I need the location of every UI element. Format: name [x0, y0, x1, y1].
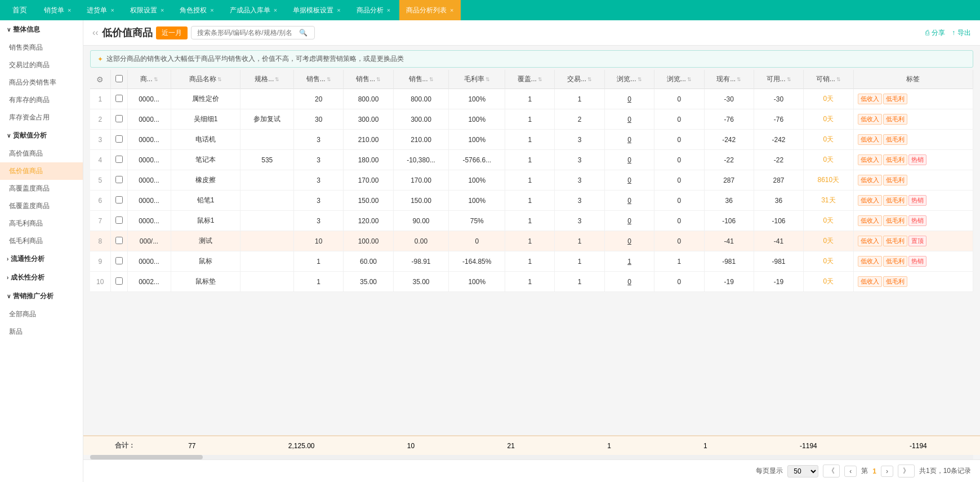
- row-browse1-link[interactable]: 0: [627, 197, 631, 205]
- row-browse1-link[interactable]: 0: [627, 156, 631, 164]
- col-name-header[interactable]: 商品名称⇅: [171, 70, 240, 89]
- share-button[interactable]: ⎙ 分享: [925, 28, 945, 38]
- next-page-btn[interactable]: ›: [881, 466, 893, 477]
- row-checkbox[interactable]: [115, 277, 123, 285]
- last-page-btn[interactable]: 》: [898, 465, 915, 477]
- nav-home[interactable]: 首页: [5, 0, 35, 20]
- sidebar-item-low-coverage[interactable]: 低覆盖度商品: [0, 197, 83, 215]
- select-all-checkbox[interactable]: [115, 75, 123, 82]
- scrollbar-thumb[interactable]: [90, 455, 203, 459]
- horizontal-scrollbar[interactable]: [90, 455, 973, 459]
- row-checkbox[interactable]: [115, 115, 123, 122]
- sidebar-item-low-gross[interactable]: 低毛利商品: [0, 232, 83, 250]
- row-name: 属性定价: [171, 89, 240, 109]
- col-gear[interactable]: ⚙: [90, 70, 110, 89]
- search-icon[interactable]: 🔍: [299, 29, 308, 37]
- sidebar-item-stock-capital[interactable]: 库存资金占用: [0, 109, 83, 126]
- row-sales2: 60.00: [344, 251, 393, 272]
- row-code: 0000...: [127, 130, 171, 150]
- gear-icon[interactable]: ⚙: [96, 75, 104, 84]
- star-icon: ✦: [97, 55, 103, 63]
- nav-close-purchaseorder[interactable]: ×: [110, 7, 114, 14]
- row-browse1-link[interactable]: 0: [627, 95, 631, 103]
- nav-analysis[interactable]: 商品分析×: [350, 0, 397, 20]
- sidebar-item-low-value[interactable]: 低价值商品: [0, 162, 83, 180]
- page-size-select[interactable]: 50 100 200: [787, 465, 818, 477]
- col-coverage-header[interactable]: 覆盖...⇅: [505, 70, 555, 89]
- prev-page-btn[interactable]: ‹: [844, 466, 857, 477]
- row-checkbox[interactable]: [115, 216, 123, 224]
- col-stock1-header[interactable]: 现有...⇅: [704, 70, 754, 89]
- row-browse1-link[interactable]: 0: [627, 176, 631, 184]
- sidebar-section-overview[interactable]: ∨ 整体信息: [0, 20, 83, 39]
- col-spec-header[interactable]: 规格...⇅: [240, 70, 294, 89]
- nav-close-productinstock[interactable]: ×: [274, 7, 277, 14]
- nav-template[interactable]: 单据模板设置×: [286, 0, 347, 20]
- nav-close-permission[interactable]: ×: [161, 7, 164, 14]
- row-checkbox[interactable]: [115, 135, 123, 143]
- sidebar-item-in-stock-products[interactable]: 有库存的商品: [0, 91, 83, 109]
- row-name: 电话机: [171, 130, 240, 150]
- nav-close-analysis[interactable]: ×: [387, 7, 390, 14]
- col-trade-header[interactable]: 交易...⇅: [555, 70, 604, 89]
- row-checkbox[interactable]: [115, 176, 123, 183]
- sidebar-item-category-sales-rate[interactable]: 商品分类销售率: [0, 74, 83, 91]
- nav-permission[interactable]: 权限设置×: [123, 0, 171, 20]
- col-stock2-header[interactable]: 可用...⇅: [754, 70, 803, 89]
- col-sales2-header[interactable]: 销售...⇅: [344, 70, 393, 89]
- col-sales3-header[interactable]: 销售...⇅: [393, 70, 449, 89]
- first-page-btn[interactable]: 《: [823, 465, 840, 477]
- col-checkbox[interactable]: [110, 70, 127, 89]
- nav-roleauth[interactable]: 角色授权×: [173, 0, 220, 20]
- nav-analysis-list[interactable]: 商品分析列表×: [399, 0, 460, 20]
- export-button[interactable]: ↑ 导出: [952, 28, 971, 38]
- row-tag: 低毛利: [883, 154, 907, 165]
- row-checkbox[interactable]: [115, 237, 123, 244]
- sidebar-item-high-value[interactable]: 高价值商品: [0, 145, 83, 162]
- row-browse1-link[interactable]: 0: [627, 278, 631, 286]
- search-input[interactable]: [191, 26, 315, 39]
- col-sales1-header[interactable]: 销售...⇅: [294, 70, 344, 89]
- sidebar-item-all-products[interactable]: 全部商品: [0, 306, 83, 323]
- row-browse1-link[interactable]: 0: [627, 136, 631, 144]
- row-spec: 参加复试: [240, 109, 294, 130]
- sidebar-section-liquidity[interactable]: › 流通性分析: [0, 250, 83, 268]
- row-browse1-link[interactable]: 0: [627, 237, 631, 245]
- sidebar-section-marketing[interactable]: ∨ 营销推广分析: [0, 287, 83, 306]
- col-tags-header[interactable]: 标签: [853, 70, 973, 89]
- nav-close-template[interactable]: ×: [337, 7, 340, 14]
- row-browse1-link[interactable]: 0: [627, 116, 631, 123]
- row-coverage: 1: [505, 251, 555, 272]
- nav-close-roleauth[interactable]: ×: [210, 7, 213, 14]
- col-saledays-header[interactable]: 可销...⇅: [804, 70, 853, 89]
- row-checkbox[interactable]: [115, 156, 123, 163]
- col-code-header[interactable]: 商...⇅: [127, 70, 171, 89]
- row-browse1-link[interactable]: 0: [627, 217, 631, 225]
- row-stock1: -22: [704, 150, 754, 170]
- row-gross: 100%: [449, 191, 505, 211]
- row-checkbox[interactable]: [115, 257, 123, 264]
- sidebar-item-high-gross[interactable]: 高毛利商品: [0, 215, 83, 232]
- sidebar-item-new-products[interactable]: 新品: [0, 323, 83, 341]
- table-row: 100002...鼠标垫135.0035.00100%1100-19-190天低…: [90, 272, 973, 292]
- nav-purchaseorder[interactable]: 进货单×: [80, 0, 121, 20]
- sidebar-collapse-btn[interactable]: ‹‹: [92, 28, 99, 38]
- sidebar-section-growth[interactable]: › 成长性分析: [0, 268, 83, 287]
- row-checkbox[interactable]: [115, 95, 123, 102]
- row-days: 0天: [804, 89, 853, 109]
- row-browse1-link[interactable]: 1: [627, 258, 631, 266]
- col-gross-header[interactable]: 毛利率⇅: [449, 70, 505, 89]
- col-browse1-header[interactable]: 浏览...⇅: [604, 70, 654, 89]
- nav-close-analysis-list[interactable]: ×: [450, 7, 453, 14]
- sidebar-item-traded-products[interactable]: 交易过的商品: [0, 56, 83, 74]
- sidebar-section-contribution[interactable]: ∨ 贡献值分析: [0, 126, 83, 145]
- nav-salesorder[interactable]: 销货单×: [37, 0, 78, 20]
- nav-close-salesorder[interactable]: ×: [68, 7, 71, 14]
- sidebar-item-sales-products[interactable]: 销售类商品: [0, 39, 83, 56]
- nav-productinstock[interactable]: 产成品入库单×: [223, 0, 284, 20]
- filter-button[interactable]: 近一月: [156, 26, 188, 39]
- row-checkbox[interactable]: [115, 196, 123, 204]
- col-browse2-header[interactable]: 浏览...⇅: [654, 70, 704, 89]
- row-trade: 3: [555, 150, 604, 170]
- sidebar-item-high-coverage[interactable]: 高覆盖度商品: [0, 180, 83, 197]
